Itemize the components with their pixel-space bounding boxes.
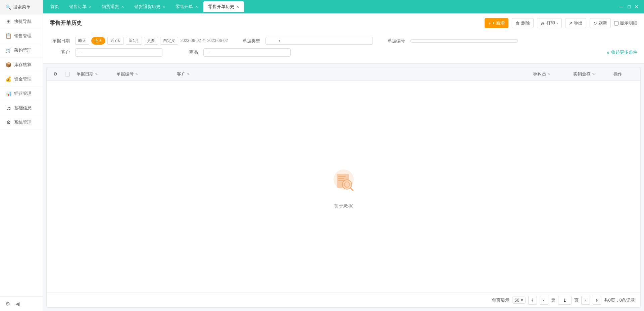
col-date-label: 单据日期 <box>76 71 94 77</box>
page-header-top: 零售开单历史 + + 新增 🗑 删除 🖨 打印 ▾ <box>50 18 637 28</box>
col-amount[interactable]: 实销金额 ⇅ <box>571 71 611 77</box>
print-icon: 🖨 <box>541 21 545 26</box>
sidebar-item-quick-nav[interactable]: ⊞ 快捷导航 <box>0 14 43 29</box>
delete-button[interactable]: 🗑 删除 <box>512 18 534 28</box>
sidebar-item-inventory[interactable]: 📦 库存核算 <box>0 58 43 72</box>
next-page-btn[interactable]: › <box>581 296 590 305</box>
sidebar-item-label: 资金管理 <box>14 76 32 82</box>
content-area: 零售开单历史 + + 新增 🗑 删除 🖨 打印 ▾ <box>43 13 644 311</box>
close-icon[interactable]: ✕ <box>121 5 124 9</box>
refresh-button[interactable]: ↻ 刷新 <box>590 18 611 28</box>
sidebar-item-purchase-mgmt[interactable]: 🛒 采购管理 <box>0 43 43 58</box>
sidebar-item-label: 系统管理 <box>14 119 32 125</box>
collapse-icon: ∧ <box>606 50 610 55</box>
empty-state: 暂无数据 <box>47 81 640 293</box>
page-header: 零售开单历史 + + 新增 🗑 删除 🖨 打印 ▾ <box>43 13 644 64</box>
sidebar-item-label: 基础信息 <box>14 105 32 111</box>
col-salesperson[interactable]: 导购员 ⇅ <box>530 71 571 77</box>
close-icon[interactable]: ✕ <box>162 5 165 9</box>
checkbox-icon[interactable] <box>65 72 70 76</box>
date-btn-yesterday[interactable]: 昨天 <box>75 37 89 45</box>
export-button[interactable]: ↗ 导出 <box>565 18 586 28</box>
collapse-filter-btn[interactable]: ∧ 收起更多条件 <box>606 48 637 57</box>
page-suffix: 页 <box>574 297 579 303</box>
total-label: 共0页，0条记录 <box>604 297 635 303</box>
sidebar-item-label: 经营管理 <box>14 91 32 97</box>
tab-sales-order[interactable]: 销售订单 ✕ <box>64 1 96 12</box>
prev-page-btn[interactable]: ‹ <box>540 296 548 305</box>
sidebar-search[interactable]: 🔍 搜索菜单 <box>0 0 43 14</box>
close-icon[interactable]: ✕ <box>195 5 198 9</box>
filter-goods-input[interactable]: ··· <box>203 48 291 57</box>
add-icon: + <box>488 21 491 26</box>
settings-columns-icon: ⚙ <box>53 71 57 76</box>
sidebar-item-label: 快捷导航 <box>14 18 32 24</box>
tab-retail-open-history-label: 零售开单历史 <box>208 4 234 10</box>
sidebar-item-finance-mgmt[interactable]: 💰 资金管理 <box>0 72 43 87</box>
table-header: ⚙ 单据日期 ⇅ 单据编号 ⇅ 客户 ⇅ 导购员 <box>47 67 640 81</box>
maximize-icon[interactable]: □ <box>628 4 631 9</box>
add-button[interactable]: + + 新增 <box>485 18 508 28</box>
delete-icon: 🗑 <box>515 21 520 26</box>
date-btn-7days[interactable]: 近7天 <box>107 37 124 45</box>
page-input[interactable] <box>558 296 572 305</box>
per-page-value: 50 <box>514 298 519 303</box>
first-page-btn[interactable]: ⟪ <box>528 296 537 305</box>
col-action-label: 操作 <box>613 71 622 77</box>
col-customer[interactable]: 客户 ⇅ <box>174 71 530 77</box>
tab-retail-open-label: 零售开单 <box>176 4 193 10</box>
date-btn-1month[interactable]: 近1月 <box>126 37 142 45</box>
filter-customer-input[interactable]: ··· <box>75 48 162 57</box>
tab-sales-return-history-label: 销货退货历史 <box>134 4 160 10</box>
select-all-checkbox[interactable] <box>61 72 73 76</box>
window-controls: — □ ✕ <box>619 4 641 9</box>
search-icon: 🔍 <box>5 4 11 10</box>
close-icon[interactable]: ✕ <box>89 5 92 9</box>
top-nav: 首页 销售订单 ✕ 销货退货 ✕ 销货退货历史 ✕ 零售开单 ✕ 零售开单历史 … <box>43 0 644 13</box>
close-window-icon[interactable]: ✕ <box>635 4 639 9</box>
filter-goods-placeholder: ··· <box>206 50 210 55</box>
sidebar-item-ops-mgmt[interactable]: 📊 经营管理 <box>0 87 43 101</box>
tab-home[interactable]: 首页 <box>46 1 64 12</box>
sidebar-item-base-info[interactable]: 🗂 基础信息 <box>0 101 43 115</box>
tab-sales-return[interactable]: 销货退货 ✕ <box>97 1 129 12</box>
column-settings-btn[interactable]: ⚙ <box>49 71 61 76</box>
sort-icon: ⇅ <box>592 72 595 76</box>
page-label: 第 <box>551 297 555 303</box>
tab-retail-open[interactable]: 零售开单 ✕ <box>171 1 203 12</box>
sys-mgmt-icon: ⚙ <box>5 119 11 125</box>
sidebar-item-sales-mgmt[interactable]: 📋 销售管理 <box>0 29 43 43</box>
per-page-arrow: ▾ <box>521 298 523 303</box>
tab-sales-return-label: 销货退货 <box>102 4 119 10</box>
sort-icon: ⇅ <box>95 72 98 76</box>
dropdown-arrow-icon: ▾ <box>279 39 281 43</box>
finance-mgmt-icon: 💰 <box>5 76 11 82</box>
last-page-btn[interactable]: ⟫ <box>593 296 601 305</box>
table-area: ⚙ 单据日期 ⇅ 单据编号 ⇅ 客户 ⇅ 导购员 <box>46 67 641 308</box>
filter-code-input[interactable] <box>410 39 518 43</box>
per-page-select[interactable]: 50 ▾ <box>512 297 525 304</box>
sidebar-item-sys-mgmt[interactable]: ⚙ 系统管理 <box>0 115 43 130</box>
sidebar-item-label: 销售管理 <box>14 33 32 39</box>
col-code-label: 单据编号 <box>116 71 134 77</box>
filter-type-dropdown[interactable]: ▾ <box>265 37 373 45</box>
tab-retail-open-history[interactable]: 零售开单历史 ✕ <box>203 1 244 12</box>
date-btn-custom[interactable]: 自定义 <box>160 37 178 45</box>
export-icon: ↗ <box>569 21 573 26</box>
minimize-icon[interactable]: — <box>619 4 624 9</box>
tab-sales-return-history[interactable]: 销货退货历史 ✕ <box>130 1 170 12</box>
date-btn-more[interactable]: 更多 <box>144 37 158 45</box>
print-button[interactable]: 🖨 打印 ▾ <box>537 18 562 28</box>
toolbar: + + 新增 🗑 删除 🖨 打印 ▾ ↗ 导出 <box>485 18 637 28</box>
close-icon[interactable]: ✕ <box>236 5 239 9</box>
empty-text: 暂无数据 <box>334 203 353 209</box>
filter-code-label: 单据编号 <box>385 38 405 44</box>
date-btn-today[interactable]: 今天 <box>91 37 105 45</box>
display-cols-checkbox[interactable]: 显示明细 <box>614 20 637 26</box>
col-code[interactable]: 单据编号 ⇅ <box>114 71 174 77</box>
collapse-sidebar-icon[interactable]: ◀ <box>15 301 19 307</box>
col-date[interactable]: 单据日期 ⇅ <box>73 71 114 77</box>
filter-date-label: 单据日期 <box>50 38 70 44</box>
settings-icon[interactable]: ⚙ <box>5 301 10 307</box>
display-cols-input[interactable] <box>614 21 618 25</box>
